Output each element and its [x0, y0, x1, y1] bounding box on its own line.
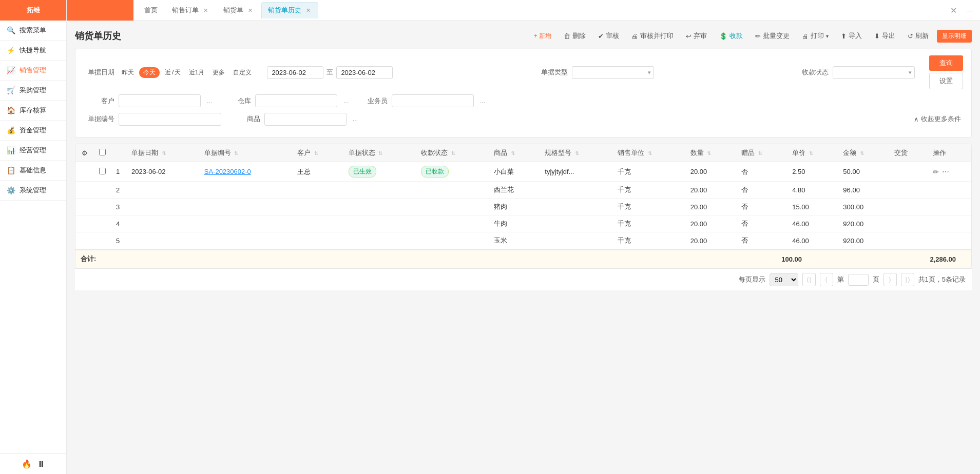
window-minimize-button[interactable]: — [964, 4, 976, 16]
product-picker[interactable]: ... [353, 115, 358, 123]
tab-sales-order-close[interactable]: ✕ [202, 7, 209, 14]
date-from-input[interactable] [267, 66, 323, 79]
sidebar-item-inventory[interactable]: 🏠 库存核算 [0, 101, 66, 121]
page-prev-button[interactable]: ⟨ [820, 273, 833, 286]
page-last-button[interactable]: ⟩⟩ [901, 273, 914, 286]
col-qty[interactable]: 数量 ⇅ [685, 144, 736, 162]
approve-button[interactable]: ✔ 审核 [594, 29, 623, 43]
import-button[interactable]: ⬆ 导入 [837, 29, 866, 43]
import-icon: ⬆ [841, 32, 847, 40]
refresh-button[interactable]: ↺ 刷新 [904, 29, 933, 43]
select-all-checkbox[interactable] [99, 149, 106, 155]
settings-button[interactable]: 设置 [929, 73, 963, 89]
row1-edit-icon[interactable]: ✏ [933, 168, 939, 176]
warehouse-picker[interactable]: ... [343, 97, 349, 105]
col-amount[interactable]: 金额 ⇅ [838, 144, 889, 162]
date-btn-more[interactable]: 更多 [209, 67, 228, 78]
payment-status-select[interactable] [833, 66, 915, 79]
row2-gear [75, 182, 94, 199]
date-btn-yesterday[interactable]: 昨天 [119, 67, 137, 78]
sidebar-bottom-icon2[interactable]: ⏸ [37, 460, 45, 469]
col-customer[interactable]: 客户 ⇅ [292, 144, 343, 162]
customer-input[interactable] [119, 94, 201, 107]
row2-checkbox[interactable] [94, 182, 111, 199]
show-detail-button[interactable]: 显示明细 [937, 30, 972, 43]
row1-order-no[interactable]: SA-20230602-0 [199, 162, 293, 182]
approve-print-button[interactable]: 🖨 审核并打印 [627, 29, 678, 43]
sidebar-item-system[interactable]: ⚙️ 系统管理 [0, 181, 66, 201]
customer-picker[interactable]: ... [207, 97, 212, 105]
warehouse-input[interactable] [255, 94, 337, 107]
summary-label: 合计: [81, 254, 111, 264]
row3-checkbox[interactable] [94, 199, 111, 215]
new-button[interactable]: + 新增 [530, 30, 555, 43]
row4-action [928, 215, 971, 232]
sidebar-item-basic-info[interactable]: 📋 基础信息 [0, 161, 66, 181]
date-btn-7days[interactable]: 近7天 [162, 67, 184, 78]
col-gift[interactable]: 赠品 ⇅ [736, 144, 787, 162]
product-input[interactable] [264, 113, 347, 126]
row4-checkbox[interactable] [94, 215, 111, 232]
tab-delivery-history-close[interactable]: ✕ [304, 7, 312, 14]
col-checkbox[interactable] [94, 144, 111, 162]
print-button[interactable]: 🖨 打印 ▾ [798, 29, 833, 43]
col-gear[interactable]: ⚙ [75, 144, 94, 162]
page-next-button[interactable]: ⟩ [883, 273, 897, 286]
col-payment-status-label: 收款状态 [421, 149, 448, 156]
tab-delivery-history[interactable]: 销货单历史 ✕ [261, 2, 318, 18]
col-payment-status[interactable]: 收款状态 ⇅ [416, 144, 489, 162]
tab-sales-order-label: 销售订单 [172, 6, 199, 15]
export-button[interactable]: ⬇ 导出 [870, 29, 899, 43]
warehouse-label: 仓库 [220, 96, 251, 106]
search-field-staff: 业务员 ... [357, 94, 485, 107]
tab-delivery[interactable]: 销货单 ✕ [217, 2, 260, 18]
tab-sales-order[interactable]: 销售订单 ✕ [165, 2, 216, 18]
sidebar-item-operations[interactable]: 📊 经营管理 [0, 141, 66, 161]
row2-gift: 否 [736, 182, 787, 199]
customer-label: 客户 [84, 96, 114, 106]
collect-button[interactable]: 💲 收款 [715, 29, 747, 43]
col-unit-price[interactable]: 单价 ⇅ [787, 144, 838, 162]
sidebar-item-finance[interactable]: 💰 资金管理 [0, 121, 66, 141]
sidebar-item-quick-nav[interactable]: ⚡ 快捷导航 [0, 41, 66, 61]
row5-checkbox[interactable] [94, 232, 111, 249]
pagination: 每页显示 50 100 ⟨⟨ ⟨ 第 1 页 ⟩ ⟩⟩ 共1页，5条记录 [75, 268, 972, 290]
batch-change-button[interactable]: ✏ 批量变更 [751, 29, 794, 43]
sidebar-item-search-menu[interactable]: 🔍 搜索菜单 [0, 21, 66, 41]
query-button[interactable]: 查询 [929, 55, 963, 71]
abandon-button[interactable]: ↩ 弃审 [682, 29, 711, 43]
order-no-input[interactable] [119, 113, 221, 126]
col-order-no[interactable]: 单据编号 ⇅ [199, 144, 293, 162]
search-menu-icon: 🔍 [6, 26, 15, 35]
page-number-input[interactable]: 1 [848, 274, 869, 286]
col-order-status[interactable]: 单据状态 ⇅ [343, 144, 416, 162]
col-unit[interactable]: 销售单位 ⇅ [612, 144, 685, 162]
type-select[interactable] [572, 66, 654, 79]
staff-picker[interactable]: ... [480, 97, 485, 105]
sidebar-item-sales-mgmt[interactable]: 📈 销售管理 [0, 61, 66, 81]
tab-delivery-close[interactable]: ✕ [246, 7, 254, 14]
tab-home[interactable]: 首页 [138, 2, 164, 18]
purchase-mgmt-icon: 🛒 [6, 86, 15, 95]
sidebar-bottom-icon1[interactable]: 🔥 [22, 459, 32, 469]
row1-order-no-link[interactable]: SA-20230602-0 [204, 168, 251, 175]
date-to-input[interactable] [336, 66, 393, 79]
date-btn-1month[interactable]: 近1月 [186, 67, 208, 78]
window-close-button[interactable]: ✕ [947, 4, 959, 16]
collapse-button[interactable]: ∧ 收起更多条件 [912, 112, 963, 126]
row1-check[interactable] [99, 168, 106, 174]
col-date[interactable]: 单据日期 ⇅ [126, 144, 199, 162]
col-spec[interactable]: 规格型号 ⇅ [540, 144, 612, 162]
row1-more-icon[interactable]: ⋯ [942, 168, 949, 176]
date-btn-today[interactable]: 今天 [139, 67, 160, 78]
page-first-button[interactable]: ⟨⟨ [802, 273, 816, 286]
col-product[interactable]: 商品 ⇅ [489, 144, 540, 162]
date-btn-custom[interactable]: 自定义 [230, 67, 255, 78]
table-container: ⚙ 单据日期 ⇅ 单据编号 ⇅ [75, 144, 972, 268]
page-size-select[interactable]: 50 100 [770, 273, 798, 286]
delete-button[interactable]: 🗑 删除 [560, 29, 590, 43]
row1-checkbox[interactable] [94, 162, 111, 182]
staff-input[interactable] [392, 94, 474, 107]
sidebar-item-purchase-mgmt[interactable]: 🛒 采购管理 [0, 81, 66, 101]
page-label-after: 页 [873, 275, 879, 284]
